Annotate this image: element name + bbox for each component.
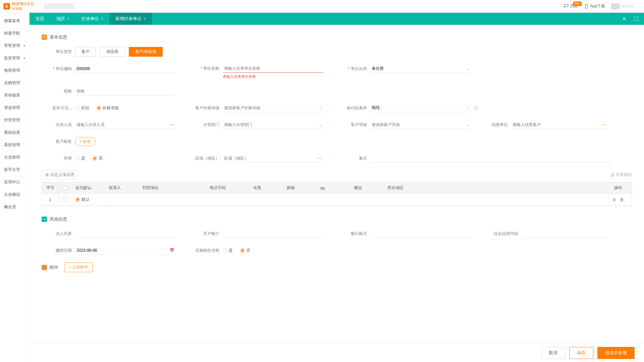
- short-name-input[interactable]: [75, 87, 176, 96]
- sidebar-item[interactable]: 应用中心: [0, 176, 29, 188]
- app-download-button[interactable]: App下载: [584, 3, 605, 9]
- save-and-new-button[interactable]: 保存并新增: [597, 347, 635, 359]
- cell-email[interactable]: [283, 197, 317, 202]
- column-header: 传真: [250, 182, 283, 193]
- column-header: qq: [317, 182, 351, 193]
- payment-terms-input[interactable]: [370, 104, 471, 112]
- delete-row-icon[interactable]: 🗑: [620, 197, 624, 202]
- sidebar-item[interactable]: 电商管理: [0, 64, 29, 77]
- disabled-label: 停用: [42, 156, 75, 161]
- radio-icon: [223, 248, 227, 253]
- tab-close-icon[interactable]: ×: [101, 16, 103, 21]
- unit-type-option[interactable]: 客户/供应商: [129, 47, 163, 57]
- add-row-icon[interactable]: ⊕: [612, 197, 616, 202]
- sidebar-item[interactable]: 批发管理▾: [0, 52, 29, 64]
- create-date-input[interactable]: [75, 246, 176, 255]
- gear-icon: ⚙: [45, 173, 49, 177]
- form-content: ✎ 基本信息 单位类型 客户供应商客户/供应商 单位编码 单位名称: [30, 25, 644, 362]
- top-bar: b 畅捷通好生意 标准版 ⌄ 消息 99+ App下载 ⌄: [0, 0, 644, 13]
- cell-fax[interactable]: [250, 197, 283, 202]
- custom-fields-button[interactable]: ⚙ 自定义项设置: [42, 170, 78, 179]
- messages-badge: 99+: [573, 1, 582, 6]
- tab-close-icon[interactable]: ×: [144, 16, 146, 21]
- radio-option[interactable]: 价格等级: [97, 105, 119, 111]
- radio-icon: [240, 248, 245, 253]
- unit-type-option[interactable]: 客户: [75, 47, 96, 57]
- radio-option[interactable]: 否: [93, 156, 103, 161]
- sidebar-item[interactable]: 库存核算: [0, 89, 29, 102]
- sidebar: 搜索菜单快捷导航零售管理▾批发管理▾电商管理采购管理库存核算资金管理经营管理基础…: [0, 13, 30, 362]
- tabs-bar: 首页地区×往来单位×新增往来单位× ✕: [30, 13, 644, 25]
- messages-button[interactable]: 消息 99+: [564, 3, 578, 9]
- tab[interactable]: 地区×: [50, 13, 75, 25]
- sidebar-item[interactable]: 企业微信: [0, 188, 29, 201]
- add-tag-button[interactable]: + 标签: [75, 137, 95, 146]
- sidebar-item[interactable]: 新手引导: [0, 164, 29, 176]
- save-button[interactable]: 保存: [569, 347, 593, 359]
- sidebar-item[interactable]: 系统管理: [0, 139, 29, 151]
- bank-input[interactable]: [223, 229, 323, 238]
- remark-input[interactable]: [370, 154, 612, 163]
- radio-option[interactable]: 否: [240, 248, 250, 253]
- tab[interactable]: 往来单位×: [75, 13, 109, 25]
- unit-category-input[interactable]: [370, 64, 471, 73]
- chevron-down-icon: ⌄: [638, 4, 641, 8]
- org-selector[interactable]: ⌄: [44, 3, 83, 9]
- unit-name-input[interactable]: [223, 64, 323, 73]
- row-index: 1: [42, 195, 59, 205]
- region-input[interactable]: [223, 154, 323, 163]
- default-radio[interactable]: 默认: [75, 197, 90, 202]
- sidebar-item[interactable]: 零售管理▾: [0, 40, 29, 52]
- tab-label: 地区: [56, 16, 65, 22]
- radio-icon: [97, 106, 101, 110]
- legal-person-input[interactable]: [75, 229, 176, 238]
- manager-input[interactable]: [75, 120, 176, 129]
- batch-delete-button[interactable]: 🗑 批量删除: [611, 172, 632, 178]
- sidebar-item[interactable]: 采购管理: [0, 77, 29, 89]
- radio-label: 折扣: [81, 105, 89, 111]
- cell-address[interactable]: [139, 197, 206, 202]
- radio-option[interactable]: 是: [223, 248, 233, 253]
- upload-button[interactable]: + 上传附件: [64, 262, 93, 272]
- bank-account-input[interactable]: [370, 229, 471, 238]
- radio-option[interactable]: 折扣: [75, 105, 89, 111]
- settle-unit-input[interactable]: [511, 120, 608, 129]
- cell-qq[interactable]: [317, 197, 351, 202]
- sidebar-item[interactable]: 畅会员: [0, 201, 29, 213]
- section-icon: ✎: [42, 35, 47, 40]
- sidebar-item[interactable]: 基础信息: [0, 126, 29, 139]
- calendar-icon[interactable]: 📅: [169, 248, 174, 253]
- sidebar-item-label: 应用中心: [4, 179, 20, 185]
- fullscreen-button[interactable]: [632, 14, 641, 23]
- sidebar-item[interactable]: 快捷导航: [0, 27, 29, 40]
- cancel-button[interactable]: 取消: [541, 347, 565, 359]
- tab-close-all[interactable]: ✕: [620, 14, 629, 23]
- column-header: 微信: [351, 182, 384, 193]
- credit-code-input[interactable]: [521, 229, 608, 238]
- sidebar-item[interactable]: 资金管理: [0, 102, 29, 114]
- sidebar-item-label: 库存核算: [4, 93, 20, 98]
- unit-type-option[interactable]: 供应商: [100, 47, 125, 57]
- tab-close-icon[interactable]: ×: [67, 16, 69, 21]
- cell-wechat[interactable]: [351, 197, 384, 202]
- sidebar-item[interactable]: 经营管理: [0, 114, 29, 126]
- row-checkbox[interactable]: [63, 197, 67, 202]
- tab[interactable]: 新增往来单位×: [109, 13, 152, 25]
- help-icon[interactable]: ?: [474, 106, 478, 110]
- unit-code-input[interactable]: [75, 64, 176, 73]
- customer-level-input[interactable]: [370, 120, 471, 129]
- cell-contact[interactable]: [106, 197, 139, 202]
- department-input[interactable]: [223, 120, 323, 129]
- select-all-checkbox[interactable]: [63, 186, 67, 190]
- sidebar-item[interactable]: 企业协同: [0, 151, 29, 164]
- radio-icon: [75, 197, 80, 202]
- customer-price-level-input[interactable]: [223, 104, 323, 112]
- cell-phone[interactable]: [206, 197, 250, 202]
- sidebar-item[interactable]: 搜索菜单: [0, 15, 29, 27]
- tab[interactable]: 首页: [30, 13, 50, 25]
- cell-region[interactable]: [384, 197, 605, 202]
- radio-label: 是: [81, 156, 85, 161]
- sidebar-item-label: 零售管理: [4, 43, 20, 49]
- radio-option[interactable]: 是: [75, 156, 85, 161]
- user-menu[interactable]: ⌄: [611, 3, 641, 9]
